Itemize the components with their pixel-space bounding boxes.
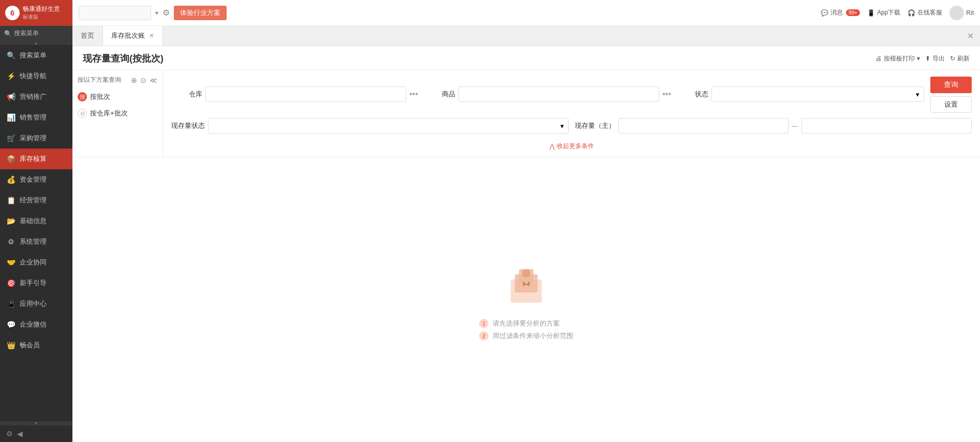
collapse-conditions-button[interactable]: ⋀ 收起更多条件 bbox=[171, 139, 972, 154]
search-icon: 🔍 bbox=[6, 51, 16, 60]
scheme-inactive-icon: ⊙ bbox=[78, 109, 87, 118]
scheme-item-by-batch-label: 按批次 bbox=[90, 92, 110, 101]
wechat-icon: 💬 bbox=[6, 320, 16, 329]
tab-close-main-icon[interactable]: ✕ bbox=[967, 31, 974, 41]
experience-industry-button[interactable]: 体验行业方案 bbox=[174, 6, 227, 20]
purchase-icon: 🛒 bbox=[6, 134, 16, 142]
warehouse-label: 仓库 bbox=[171, 90, 202, 99]
status-select-arrow: ▾ bbox=[916, 91, 919, 98]
sidebar-scroll-up[interactable]: ▲ bbox=[0, 41, 72, 45]
sidebar-item-quick-nav[interactable]: ⚡快捷导航 bbox=[0, 66, 72, 86]
tab-home-label: 首页 bbox=[81, 31, 94, 40]
sidebar-item-wechat[interactable]: 💬企业微信 bbox=[0, 314, 72, 335]
topbar-messages[interactable]: 💬 消息 99+ bbox=[821, 8, 860, 17]
scheme-actions: ⊕ ⊙ ≪ bbox=[131, 76, 157, 84]
query-button[interactable]: 查询 bbox=[930, 77, 972, 93]
sidebar-header: 6 畅康通好生意 标准版 bbox=[0, 0, 72, 26]
warehouse-input[interactable] bbox=[205, 86, 406, 102]
product-more-icon[interactable]: ••• bbox=[662, 90, 671, 99]
tab-bar: 首页 库存批次账 ✕ ✕ bbox=[72, 26, 980, 46]
empty-state: 1请先选择要分析的方案2用过滤条件来缩小分析范围 bbox=[72, 157, 980, 442]
add-scheme-icon[interactable]: ⊕ bbox=[131, 76, 137, 84]
quick-nav-icon: ⚡ bbox=[6, 72, 16, 80]
vip-icon: 👑 bbox=[6, 341, 16, 349]
tab-batch-account[interactable]: 库存批次账 ✕ bbox=[103, 26, 163, 46]
sidebar-edition: 标准版 bbox=[23, 13, 60, 21]
empty-tip-item: 2用过滤条件来缩小分析范围 bbox=[479, 331, 573, 341]
finance-icon: 💰 bbox=[6, 175, 16, 184]
sidebar-item-system[interactable]: ⚙系统管理 bbox=[0, 231, 72, 252]
tab-close-icon[interactable]: ✕ bbox=[149, 32, 154, 39]
search-icon: 🔍 bbox=[4, 30, 12, 37]
status-select[interactable]: ▾ bbox=[711, 86, 924, 102]
tab-home[interactable]: 首页 bbox=[72, 26, 103, 46]
inventory-status-field: 现存量状态 ▾ bbox=[171, 118, 569, 134]
scheme-item-by-batch[interactable]: 按 按批次 bbox=[72, 89, 162, 105]
sidebar-item-purchase[interactable]: 🛒采购管理 bbox=[0, 128, 72, 149]
sidebar-search-item[interactable]: 🔍 搜索菜单 bbox=[0, 26, 72, 41]
topbar-online-service[interactable]: 🎧 在线客服 bbox=[908, 8, 942, 17]
sidebar-item-appstore[interactable]: 📱应用中心 bbox=[0, 293, 72, 314]
settings-scheme-icon[interactable]: ⊙ bbox=[140, 76, 146, 84]
sidebar-item-vip[interactable]: 👑畅会员 bbox=[0, 335, 72, 356]
amount-dash: — bbox=[792, 122, 798, 130]
app-download-icon: 📱 bbox=[867, 9, 875, 17]
svg-point-3 bbox=[522, 269, 530, 277]
inventory-status-select[interactable]: ▾ bbox=[208, 118, 569, 134]
operations-icon: 📋 bbox=[6, 196, 16, 204]
sidebar-item-basic[interactable]: 📂基础信息 bbox=[0, 211, 72, 231]
nav-search-input[interactable] bbox=[79, 6, 151, 20]
scheme-item-warehouse-batch[interactable]: ⊙ 按仓库+批次 bbox=[72, 105, 162, 122]
sidebar-item-search[interactable]: 🔍搜索菜单 bbox=[0, 45, 72, 66]
topbar: ▾ ⚙ 体验行业方案 💬 消息 99+ 📱 App下载 🎧 在线客服 Rit bbox=[72, 0, 980, 26]
newbie-icon: 🎯 bbox=[6, 279, 16, 287]
sidebar-item-enterprise[interactable]: 🤝企业协同 bbox=[0, 252, 72, 273]
empty-tip-item: 1请先选择要分析的方案 bbox=[479, 319, 573, 328]
messages-badge: 99+ bbox=[846, 9, 860, 16]
status-filter-field: 状态 ▾ bbox=[677, 86, 924, 102]
nav-dropdown-button[interactable]: ▾ bbox=[155, 9, 158, 17]
refresh-button[interactable]: ↻ 刷新 bbox=[950, 54, 970, 63]
page-header-actions: 🖨 按模板打印 ▾ ⬆ 导出 ↻ 刷新 bbox=[875, 54, 970, 63]
svg-point-4 bbox=[523, 282, 525, 284]
topbar-gear-button[interactable]: ⚙ bbox=[162, 8, 170, 18]
status-label: 状态 bbox=[677, 90, 708, 99]
service-icon: 🎧 bbox=[908, 9, 915, 17]
sidebar-item-marketing[interactable]: 📢营销推广 bbox=[0, 86, 72, 107]
sidebar-nav: 🔍搜索菜单⚡快捷导航📢营销推广📊销售管理🛒采购管理📦库存核算💰资金管理📋经营管理… bbox=[0, 45, 72, 421]
collapse-sidebar-icon[interactable]: ◀ bbox=[17, 430, 23, 438]
topbar-app-download[interactable]: 📱 App下载 bbox=[867, 8, 900, 17]
sidebar-item-sales[interactable]: 📊销售管理 bbox=[0, 107, 72, 128]
warehouse-more-icon[interactable]: ••• bbox=[409, 90, 418, 99]
sidebar-bottom: ⚙ ◀ bbox=[0, 425, 72, 442]
inventory-status-label: 现存量状态 bbox=[171, 121, 205, 130]
filter-buttons: 查询 设置 bbox=[930, 76, 972, 113]
sidebar-item-newbie[interactable]: 🎯新手引导 bbox=[0, 273, 72, 293]
inventory-amount-from[interactable] bbox=[618, 118, 789, 134]
settings-button[interactable]: 设置 bbox=[930, 96, 972, 113]
main-area: ▾ ⚙ 体验行业方案 💬 消息 99+ 📱 App下载 🎧 在线客服 Rit bbox=[72, 0, 980, 442]
filter-row-2: 现存量状态 ▾ 现存量（主） — bbox=[171, 118, 972, 134]
basic-icon: 📂 bbox=[6, 217, 16, 225]
page-header: 现存量查询(按批次) 🖨 按模板打印 ▾ ⬆ 导出 ↻ 刷新 bbox=[72, 46, 980, 70]
sidebar: 6 畅康通好生意 标准版 🔍 搜索菜单 ▲ 🔍搜索菜单⚡快捷导航📢营销推广📊销售… bbox=[0, 0, 72, 442]
refresh-icon: ↻ bbox=[950, 55, 955, 62]
topbar-user[interactable]: Rit bbox=[949, 6, 974, 20]
inventory-amount-field: 现存量（主） — bbox=[575, 118, 972, 134]
sidebar-scroll-down[interactable]: ▼ bbox=[0, 421, 72, 425]
marketing-icon: 📢 bbox=[6, 93, 16, 101]
sidebar-item-inventory[interactable]: 📦库存核算 bbox=[0, 149, 72, 169]
collapse-scheme-icon[interactable]: ≪ bbox=[150, 76, 157, 84]
sidebar-item-finance[interactable]: 💰资金管理 bbox=[0, 169, 72, 190]
scheme-active-icon: 按 bbox=[78, 92, 87, 101]
product-input[interactable] bbox=[458, 86, 659, 102]
export-button[interactable]: ⬆ 导出 bbox=[925, 54, 945, 63]
system-icon: ⚙ bbox=[6, 238, 16, 246]
user-avatar bbox=[949, 6, 964, 20]
inventory-amount-to[interactable] bbox=[801, 118, 972, 134]
print-dropdown-icon: ▾ bbox=[917, 55, 920, 62]
sidebar-item-operations[interactable]: 📋经营管理 bbox=[0, 190, 72, 211]
print-template-button[interactable]: 🖨 按模板打印 ▾ bbox=[875, 54, 920, 63]
empty-tips: 1请先选择要分析的方案2用过滤条件来缩小分析范围 bbox=[479, 319, 573, 341]
settings-icon[interactable]: ⚙ bbox=[6, 430, 13, 438]
